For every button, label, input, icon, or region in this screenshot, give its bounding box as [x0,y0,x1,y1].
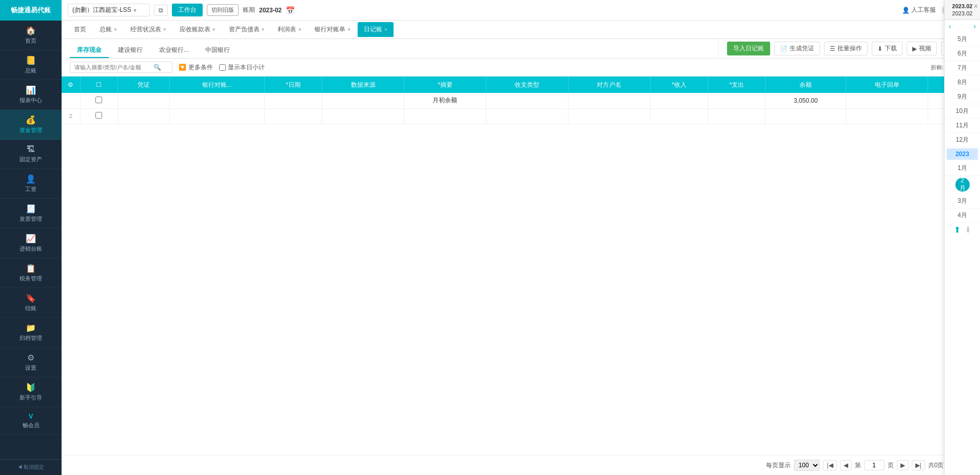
tab-balance-sheet-close[interactable]: × [262,27,265,32]
sidebar-item-archive[interactable]: 📁 归档管理 [0,318,62,348]
more-conditions-btn[interactable]: 🔽 更多条件 [179,63,213,72]
prev-year-btn[interactable]: ‹ [949,22,951,30]
filter-bar: 🔍 🔽 更多条件 显示本日小计 折称: 人民币 [62,59,980,77]
scroll-up-btn[interactable]: ⬆ [954,225,961,235]
tab-home-label: 首页 [74,25,86,34]
month-4[interactable]: 4月 [945,208,980,223]
sidebar-item-assets[interactable]: 🏗 固定资产 [0,140,62,169]
bank-tab-cash[interactable]: 库存现金 [70,43,109,58]
sidebar-item-closing[interactable]: 🔖 结账 [0,288,62,318]
tab-profit-close[interactable]: × [298,27,301,32]
sidebar-item-assets-label: 固定资产 [19,156,42,163]
sidebar-item-guide-label: 新手引导 [19,394,42,402]
sidebar-item-member-label: 畅会员 [23,422,40,429]
next-year-btn[interactable]: › [973,22,976,30]
scroll-down-btn[interactable]: ⬇ [965,225,971,235]
download-btn[interactable]: ⬇ 下载 [872,42,903,55]
tab-receivable[interactable]: 应收账款表 × [173,22,222,37]
worktable-btn[interactable]: 工作台 [172,4,203,16]
tab-receivable-close[interactable]: × [212,27,215,32]
video-btn[interactable]: ▶ 视频 [907,42,937,55]
month-8[interactable]: 8月 [945,75,980,90]
sidebar-item-sales[interactable]: 📈 进销台账 [0,229,62,258]
sidebar-item-member[interactable]: V 畅会员 [0,407,62,435]
per-page-select[interactable]: 100 20 50 200 [794,460,820,471]
row1-checkbox[interactable] [80,93,118,108]
currency-label: 折称: [931,64,944,71]
filter-icon: 🔽 [179,64,186,71]
sidebar-collapse-btn[interactable]: ◀ 取消固定 [0,459,62,475]
row2-balance [766,108,846,124]
tab-business-label: 经营状况表 [130,25,161,34]
tab-ledger-close[interactable]: × [114,27,117,32]
row1-date [264,93,322,108]
row1-check[interactable] [95,97,102,103]
month-1[interactable]: 1月 [945,161,980,176]
sidebar-item-settings[interactable]: ⚙ 设置 [0,348,62,377]
row2-counterpart [568,108,650,124]
tab-business-close[interactable]: × [163,27,166,32]
tab-ledger[interactable]: 总账 × [93,22,123,37]
calendar-icon[interactable]: 📅 [286,6,295,14]
row2-checkbox[interactable] [80,108,118,124]
month-12[interactable]: 12月 [945,133,980,147]
toolbar: 导入日记账 📄 生成凭证 ☰ 批量操作 ⬇ 下载 ▶ 视频 [718,39,980,58]
sidebar-item-ledger-label: 总账 [25,67,36,74]
bank-tab-china[interactable]: 中国银行 [198,43,237,58]
month-11[interactable]: 11月 [945,119,980,133]
month-3[interactable]: 3月 [945,194,980,208]
last-page-btn[interactable]: ▶| [912,460,925,470]
bank-tab-agricultural[interactable]: 农业银行... [152,43,196,58]
first-page-btn[interactable]: |◀ [823,460,836,470]
tab-business[interactable]: 经营状况表 × [124,22,172,37]
tab-bank-reconcile-close[interactable]: × [347,27,350,32]
sidebar-item-guide[interactable]: 🔰 新手引导 [0,377,62,407]
sidebar-item-home[interactable]: 🏠 首页 [0,21,62,50]
month-6[interactable]: 6月 [945,47,980,61]
row2-check[interactable] [95,112,102,119]
generate-voucher-btn[interactable]: 📄 生成凭证 [774,42,820,55]
next-page-btn[interactable]: ▶ [897,460,909,470]
sidebar-item-reports[interactable]: 📊 报表中心 [0,80,62,110]
date-panel-close-btn[interactable]: × [974,2,978,10]
sidebar-item-tax[interactable]: 📋 税务管理 [0,258,62,288]
tab-balance-sheet[interactable]: 资产负债表 × [223,22,271,37]
month-9[interactable]: 9月 [945,90,980,104]
search-box[interactable]: 🔍 [70,62,172,73]
sidebar-item-ledger[interactable]: 📒 总账 [0,50,62,80]
bank-tab-construction[interactable]: 建设银行 [111,43,150,58]
month-10[interactable]: 10月 [945,104,980,119]
reports-icon: 📊 [26,85,36,95]
tab-journal-close[interactable]: × [384,27,387,32]
tab-bank-reconcile[interactable]: 银行对账单 × [308,22,357,37]
sidebar-item-invoice[interactable]: 🧾 发票管理 [0,199,62,229]
app-logo: 畅捷通易代账 [0,0,62,21]
tab-profit[interactable]: 利润表 × [271,22,307,37]
prev-page-btn[interactable]: ◀ [840,460,852,470]
tab-home[interactable]: 首页 [68,22,92,37]
company-selector[interactable]: (勿删）江西超宝-LSS ▾ [68,4,150,16]
sidebar-item-salary[interactable]: 👤 工资 [0,169,62,199]
show-today-checkbox[interactable] [219,64,226,71]
old-version-btn[interactable]: 切到旧版 [207,4,239,16]
col-checkbox[interactable]: ☐ [80,77,118,93]
current-page-input[interactable] [864,460,885,470]
copy-btn[interactable]: ⧉ [154,5,168,16]
col-settings[interactable]: ⚙ [62,77,80,93]
support-btn[interactable]: 👤 人工客服 [902,6,936,14]
month-2[interactable]: 2月 [955,178,970,192]
row2-date [264,108,322,124]
month-7[interactable]: 7月 [945,61,980,75]
col-balance: 余额 [766,77,846,93]
import-journal-btn[interactable]: 导入日记账 [727,42,770,55]
journal-table: ⚙ ☐ 凭证 银行对账... *日期 数据来源 *摘要 收支类型 对方户名 *收… [62,77,980,124]
show-today-checkbox-label[interactable]: 显示本日小计 [219,63,265,72]
bank-tab-construction-label: 建设银行 [118,46,143,53]
search-input[interactable] [74,64,151,70]
tab-journal[interactable]: 日记账 × [358,22,394,37]
month-5[interactable]: 5月 [945,32,980,47]
batch-operation-btn[interactable]: ☰ 批量操作 [824,42,868,55]
col-data-source: 数据来源 [322,77,404,93]
sidebar-item-finance[interactable]: 💰 资金管理 [0,110,62,140]
settings-icon: ⚙ [27,353,34,363]
